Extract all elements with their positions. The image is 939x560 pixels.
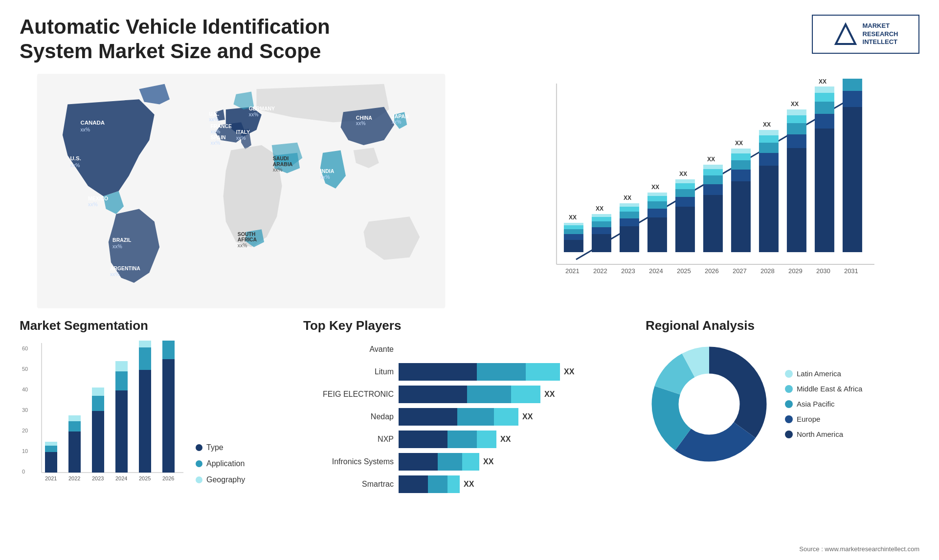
bar-segment — [399, 363, 477, 381]
svg-text:xx%: xx% — [238, 243, 247, 248]
world-map: CANADA xx% U.S. xx% MEXICO xx% BRAZIL xx… — [20, 74, 463, 308]
bar-segment — [447, 475, 460, 493]
svg-rect-76 — [703, 175, 723, 184]
svg-text:ARGENTINA: ARGENTINA — [110, 266, 140, 271]
player-value: XX — [483, 457, 493, 466]
svg-rect-81 — [731, 181, 751, 252]
legend-geography: Geography — [196, 475, 245, 484]
svg-rect-92 — [759, 130, 779, 135]
svg-text:xx%: xx% — [392, 119, 402, 125]
legend-application: Application — [196, 459, 245, 468]
svg-rect-99 — [787, 109, 806, 115]
svg-text:2026: 2026 — [162, 475, 174, 481]
svg-text:xx%: xx% — [236, 135, 246, 140]
svg-rect-70 — [675, 183, 695, 189]
svg-text:XX: XX — [596, 205, 604, 212]
svg-rect-40 — [564, 234, 583, 240]
svg-rect-49 — [592, 217, 611, 221]
svg-rect-43 — [564, 223, 583, 225]
svg-rect-54 — [620, 218, 639, 226]
svg-point-151 — [681, 376, 738, 432]
svg-rect-124 — [45, 446, 57, 452]
list-item: Infronics Systems XX — [303, 453, 636, 471]
svg-rect-123 — [45, 452, 57, 473]
svg-text:XX: XX — [679, 171, 687, 177]
map-svg: CANADA xx% U.S. xx% MEXICO xx% BRAZIL xx… — [20, 74, 463, 308]
svg-rect-89 — [759, 153, 779, 166]
svg-text:2027: 2027 — [733, 267, 747, 275]
svg-text:2021: 2021 — [565, 267, 580, 275]
legend-north-america: North America — [785, 430, 862, 438]
bar-segment — [526, 363, 560, 381]
svg-text:2022: 2022 — [593, 267, 607, 275]
logo-icon — [833, 22, 858, 46]
svg-rect-39 — [564, 240, 583, 252]
svg-text:20: 20 — [22, 428, 28, 433]
svg-rect-77 — [703, 169, 723, 175]
bottom-section: Market Segmentation 0 10 20 30 — [20, 318, 919, 528]
svg-rect-60 — [648, 217, 667, 252]
europe-color — [785, 415, 793, 423]
svg-text:FRANCE: FRANCE — [210, 123, 231, 129]
regional-legend: Latin America Middle East & Africa Asia … — [785, 369, 862, 438]
svg-text:XX: XX — [763, 121, 771, 128]
player-bar — [399, 431, 496, 448]
svg-rect-50 — [592, 214, 611, 217]
svg-rect-110 — [843, 91, 862, 107]
svg-rect-46 — [592, 234, 611, 252]
svg-text:ITALY: ITALY — [236, 129, 250, 135]
player-bar — [399, 408, 518, 426]
legend-europe: Europe — [785, 415, 862, 423]
player-bar-area: XX — [399, 475, 474, 493]
svg-text:XX: XX — [624, 194, 631, 201]
segmentation-section: Market Segmentation 0 10 20 30 — [20, 318, 293, 528]
svg-rect-57 — [620, 203, 639, 207]
svg-text:AFRICA: AFRICA — [238, 237, 257, 242]
svg-text:xx%: xx% — [70, 163, 80, 168]
geography-color — [196, 476, 202, 483]
logo-box: MARKET RESEARCH INTELLECT — [812, 15, 919, 54]
svg-rect-125 — [45, 442, 57, 446]
player-bar-area: XX — [399, 431, 511, 448]
bar-chart: XX 2021 XX 2022 XX — [477, 74, 919, 308]
svg-text:XX: XX — [735, 140, 743, 147]
player-bar — [399, 363, 560, 381]
svg-rect-98 — [787, 115, 806, 123]
svg-text:XX: XX — [707, 156, 715, 163]
svg-rect-88 — [759, 166, 779, 252]
legend-type-label: Type — [206, 443, 224, 452]
list-item: FEIG ELECTRONIC XX — [303, 386, 636, 403]
player-bar — [399, 386, 540, 403]
svg-text:xx%: xx% — [249, 111, 259, 117]
svg-text:2031: 2031 — [844, 267, 858, 275]
legend-application-label: Application — [206, 459, 245, 468]
svg-rect-135 — [115, 390, 128, 473]
svg-text:xx%: xx% — [88, 202, 98, 207]
bar-segment — [457, 408, 494, 426]
svg-text:40: 40 — [22, 387, 28, 392]
player-name: FEIG ELECTRONIC — [303, 390, 394, 399]
svg-rect-69 — [675, 189, 695, 197]
svg-text:xx%: xx% — [209, 117, 219, 122]
svg-rect-64 — [648, 193, 667, 196]
svg-text:xx%: xx% — [210, 140, 220, 146]
svg-rect-140 — [139, 347, 151, 370]
svg-text:2023: 2023 — [92, 475, 104, 481]
player-name: Avante — [303, 345, 394, 354]
list-item: NXP XX — [303, 431, 636, 448]
svg-text:2026: 2026 — [705, 267, 719, 275]
player-bar-area: XX — [399, 453, 493, 471]
svg-rect-67 — [675, 207, 695, 252]
bar-segment — [399, 453, 438, 471]
svg-text:2022: 2022 — [68, 475, 80, 481]
regional-title: Regional Analysis — [646, 318, 919, 333]
legend-middle-east: Middle East & Africa — [785, 385, 862, 393]
segmentation-legend: Type Application Geography — [196, 443, 245, 494]
list-item: Smartrac XX — [303, 475, 636, 493]
svg-text:INDIA: INDIA — [320, 169, 335, 174]
svg-text:30: 30 — [22, 407, 28, 413]
svg-rect-128 — [68, 421, 81, 431]
list-item: Litum XX — [303, 363, 636, 381]
latin-america-color — [785, 370, 793, 378]
svg-rect-141 — [139, 341, 151, 347]
